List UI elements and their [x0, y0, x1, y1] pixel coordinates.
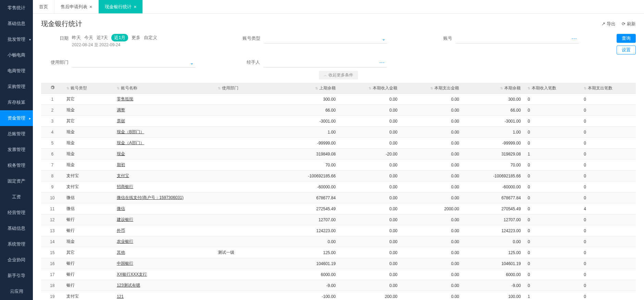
sidebar-item[interactable]: 经营管理	[0, 205, 33, 221]
account-name-link[interactable]: 121	[117, 294, 124, 299]
sort-icon: ⇅	[584, 86, 586, 90]
sidebar-item[interactable]: 固定资产	[0, 173, 33, 189]
account-type-select[interactable]: ⌄	[264, 34, 387, 43]
sidebar-item[interactable]: 系统管理	[0, 236, 33, 252]
account-name-link[interactable]: 外币	[117, 228, 125, 233]
table-cell: 0.00	[400, 116, 462, 127]
sidebar-item[interactable]: 企业协同	[0, 252, 33, 268]
account-name-cell[interactable]: 中国银行	[114, 258, 215, 269]
column-header[interactable]: ⇅本期余额	[462, 83, 523, 94]
date-chip[interactable]: 近1月	[111, 34, 128, 41]
account-name-cell[interactable]: 调整	[114, 105, 215, 116]
date-chip[interactable]: 今天	[84, 35, 93, 41]
sidebar-item[interactable]: 资金管理▸	[0, 110, 33, 126]
sidebar-item[interactable]: 云应用	[0, 284, 33, 299]
column-header[interactable]: ⇅本期支出笔数	[580, 83, 636, 94]
sidebar-item[interactable]: 基础信息	[0, 221, 33, 236]
table-cell: 0.00	[400, 269, 462, 280]
collapse-filters-button[interactable]: ︿ 收起更多条件	[319, 71, 358, 79]
table-cell	[215, 236, 277, 247]
column-header[interactable]: ⇅使用部门	[215, 83, 277, 94]
query-button[interactable]: 查询	[617, 34, 636, 43]
account-name-link[interactable]: 现金	[117, 151, 125, 156]
table-settings-header[interactable]	[41, 83, 64, 94]
table-cell: 微信	[64, 203, 114, 214]
account-name-link[interactable]: 招商银行	[117, 184, 133, 189]
account-name-cell[interactable]: 票据	[114, 116, 215, 127]
sidebar-item[interactable]: 采购管理	[0, 79, 33, 95]
account-name-cell[interactable]: 外币	[114, 225, 215, 236]
account-name-cell[interactable]: 期初	[114, 160, 215, 171]
account-name-cell[interactable]: 现金	[114, 149, 215, 160]
account-select[interactable]: ⋯	[456, 34, 579, 43]
refresh-button[interactable]: ⟳ 刷新	[622, 21, 636, 27]
account-name-cell[interactable]: 农业银行	[114, 236, 215, 247]
sidebar-item[interactable]: 新手引导	[0, 268, 33, 284]
account-name-link[interactable]: 中国银行	[117, 261, 133, 266]
close-icon[interactable]: ×	[89, 4, 92, 10]
account-name-link[interactable]: 123测试有嗯	[117, 283, 140, 288]
column-header[interactable]: ⇅上期余额	[277, 83, 338, 94]
column-header[interactable]: ⇅本期收入笔数	[523, 83, 580, 94]
table-row: 6现金现金319849.08-20.000.00319829.0810	[41, 149, 636, 160]
account-name-link[interactable]: 微信在线支付(商户号：1597306031)	[117, 195, 184, 200]
account-name-cell[interactable]: 现金（A部门）	[114, 138, 215, 149]
handler-select[interactable]: ⋯	[263, 58, 387, 67]
close-icon[interactable]: ×	[134, 4, 136, 10]
dept-select[interactable]: ⌄	[72, 58, 195, 67]
sidebar-item[interactable]: 发票管理	[0, 142, 33, 158]
sidebar-item[interactable]: 基础信息	[0, 16, 33, 32]
sidebar-item[interactable]: 税务管理	[0, 158, 33, 173]
account-name-link[interactable]: 建设银行	[117, 217, 133, 222]
tab[interactable]: 首页	[33, 0, 54, 13]
tab[interactable]: 现金银行统计×	[99, 0, 143, 13]
account-name-cell[interactable]: 零售抵现	[114, 94, 215, 105]
table-cell: 微信	[64, 192, 114, 203]
account-name-link[interactable]: 现金（B部门）	[117, 129, 144, 134]
sidebar-item[interactable]: 小畅电商	[0, 47, 33, 63]
account-name-cell[interactable]: 其他	[114, 247, 215, 258]
account-name-link[interactable]: 微信	[117, 206, 125, 211]
export-button[interactable]: ↗ 导出	[602, 21, 616, 27]
table-cell: 14	[41, 236, 64, 247]
account-name-link[interactable]: 农业银行	[117, 239, 133, 244]
account-name-link[interactable]: 调整	[117, 108, 125, 112]
account-name-link[interactable]: 票据	[117, 118, 125, 123]
settings-button[interactable]: 设置	[617, 46, 636, 54]
sidebar-item[interactable]: 库存核算	[0, 95, 33, 110]
column-header[interactable]: ⇅本期支出金额	[400, 83, 462, 94]
sidebar-item[interactable]: 批发管理▾	[0, 32, 33, 47]
table-cell: 0.00	[338, 105, 400, 116]
column-header[interactable]: ⇅本期收入金额	[338, 83, 400, 94]
sidebar-item[interactable]: 电商管理	[0, 63, 33, 79]
table-cell: 319829.08	[462, 149, 523, 160]
column-header[interactable]: ⇅账号名称	[114, 83, 215, 94]
date-chip[interactable]: 昨天	[72, 35, 81, 41]
account-name-cell[interactable]: XX银行XXX支行	[114, 269, 215, 280]
account-name-link[interactable]: 其他	[117, 250, 125, 255]
table-cell: 0	[523, 236, 580, 247]
tab[interactable]: 售后申请列表×	[54, 0, 99, 13]
account-name-cell[interactable]: 微信	[114, 203, 215, 214]
account-name-link[interactable]: 零售抵现	[117, 97, 133, 101]
account-name-cell[interactable]: 121	[114, 291, 215, 300]
account-name-link[interactable]: 支付宝	[117, 173, 129, 178]
column-header[interactable]: ⇅账号类型	[64, 83, 114, 94]
account-name-link[interactable]: XX银行XXX支行	[117, 272, 147, 277]
date-chip[interactable]: 更多	[132, 35, 140, 41]
account-name-cell[interactable]: 建设银行	[114, 214, 215, 225]
account-name-cell[interactable]: 支付宝	[114, 171, 215, 182]
sidebar-item[interactable]: 工资	[0, 189, 33, 205]
account-name-cell[interactable]: 123测试有嗯	[114, 280, 215, 291]
chevron-up-icon: ︿	[324, 73, 327, 78]
sidebar-item[interactable]: 总账管理	[0, 126, 33, 142]
table-cell: 0.00	[338, 280, 400, 291]
date-chip[interactable]: 自定义	[144, 35, 157, 41]
date-chip[interactable]: 近7天	[97, 35, 108, 41]
account-name-cell[interactable]: 招商银行	[114, 182, 215, 192]
account-name-cell[interactable]: 现金（B部门）	[114, 127, 215, 138]
account-name-link[interactable]: 现金（A部门）	[117, 140, 144, 145]
sidebar-item[interactable]: 零售统计	[0, 0, 33, 16]
account-name-cell[interactable]: 微信在线支付(商户号：1597306031)	[114, 192, 215, 203]
account-name-link[interactable]: 期初	[117, 162, 125, 167]
